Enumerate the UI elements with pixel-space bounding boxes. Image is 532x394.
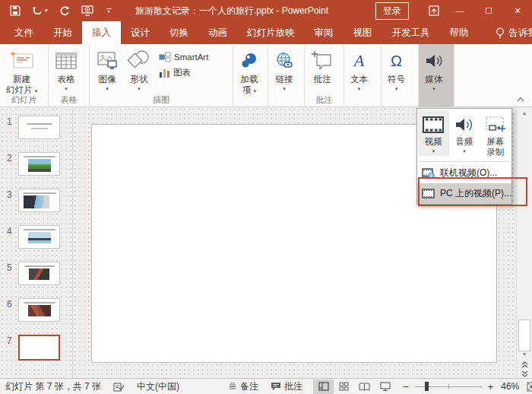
group-label-comments: 批注 [305, 94, 344, 106]
chart-button[interactable]: 图表 [156, 66, 211, 79]
video-button[interactable]: 视频 ▾ [418, 110, 449, 156]
slide-row-4[interactable]: 4 [0, 225, 72, 262]
reading-view-button[interactable] [354, 380, 375, 394]
slide-thumbnail-7-selected[interactable] [18, 335, 60, 361]
group-media: 媒体 ▾ [419, 44, 454, 106]
tab-transitions[interactable]: 切换 [160, 21, 198, 44]
slide-row-1[interactable]: 1 [0, 116, 72, 152]
tab-slideshow[interactable]: 幻灯片放映 [237, 21, 305, 44]
addins-button[interactable]: 加载 项 ▾ [236, 46, 263, 97]
shapes-icon [126, 48, 152, 74]
undo-dropdown-arrow[interactable]: ▾ [45, 8, 48, 14]
screen-recording-button[interactable]: 屏幕 录制 [480, 110, 511, 159]
tab-file[interactable]: 文件 [5, 21, 43, 44]
screen-recording-icon [485, 113, 506, 136]
omega-icon: Ω [391, 48, 402, 74]
spellcheck-icon[interactable] [113, 382, 125, 392]
slide-thumbnail-3[interactable] [18, 189, 60, 212]
links-dropdown-arrow: ▾ [283, 86, 286, 92]
text-button[interactable]: A 文本 ▾ [347, 46, 372, 94]
sign-in-button[interactable]: 登录 [375, 2, 409, 20]
vertical-scrollbar[interactable]: ▲ ▼ [516, 107, 532, 378]
notes-label: 备注 [240, 380, 258, 393]
zoom-level[interactable]: 46% [501, 381, 519, 392]
tell-me-box[interactable]: 告诉我 [489, 21, 532, 44]
comment-button[interactable]: 批注 [307, 46, 337, 86]
slide-row-5[interactable]: 5 [0, 262, 72, 298]
thumbnail-content [27, 123, 52, 125]
new-slide-dropdown-arrow: ▾ [35, 88, 38, 94]
redo-icon[interactable] [59, 5, 70, 16]
online-video-menu-item[interactable]: 联机视频(O)... [417, 163, 511, 183]
slide-row-7[interactable]: 7 [0, 335, 72, 371]
tab-view[interactable]: 视图 [344, 21, 382, 44]
thumbnail-content [31, 128, 48, 129]
screen-recording-label: 屏幕 [486, 136, 504, 147]
slide-sorter-view-button[interactable] [334, 380, 354, 394]
online-video-icon [422, 168, 435, 179]
smartart-icon [159, 52, 171, 62]
slide-row-2[interactable]: 2 [0, 152, 72, 189]
video-dropdown-arrow: ▾ [432, 148, 435, 154]
fit-slide-to-window-icon[interactable] [527, 382, 532, 392]
scroll-down-icon[interactable]: ▼ [517, 348, 532, 360]
slide-thumbnail-2[interactable] [18, 152, 60, 176]
slideshow-view-button[interactable] [375, 380, 395, 394]
shapes-button[interactable]: 形状 ▾ [122, 46, 156, 94]
audio-label: 音频 [456, 136, 473, 147]
image-button[interactable]: 图像 ▾ [92, 46, 122, 94]
tab-developer[interactable]: 开发工具 [382, 21, 440, 44]
zoom-slider[interactable] [415, 382, 482, 391]
slide-thumbnail-5[interactable] [18, 262, 60, 285]
scroll-up-icon[interactable]: ▲ [517, 107, 532, 119]
normal-view-button[interactable] [313, 380, 334, 394]
smartart-button[interactable]: SmartArt [156, 51, 211, 63]
collapse-ribbon-icon[interactable] [517, 97, 524, 102]
slide-thumbnail-4[interactable] [18, 225, 60, 249]
zoom-slider-thumb[interactable] [425, 382, 429, 391]
slide-row-6[interactable]: 6 [0, 298, 72, 335]
undo-button[interactable]: ▾ [32, 6, 48, 16]
save-icon[interactable] [10, 5, 21, 16]
tab-help[interactable]: 帮助 [440, 21, 479, 44]
zoom-out-button[interactable]: − [401, 381, 410, 392]
group-illustrations: 图像 ▾ 形状 ▾ SmartArt [90, 44, 233, 106]
language-indicator[interactable]: 中文(中国) [137, 380, 179, 393]
links-button[interactable]: 链接 ▾ [271, 46, 298, 94]
ribbon-display-options-icon[interactable] [423, 0, 445, 21]
minimize-button[interactable]: — [445, 0, 474, 21]
tab-home[interactable]: 开始 [43, 21, 82, 44]
previous-slide-icon[interactable] [517, 360, 532, 369]
close-button[interactable]: ✕ [503, 0, 532, 21]
table-button[interactable]: 表格 ▾ [51, 46, 81, 94]
notes-button[interactable]: 备注 [228, 380, 258, 393]
maximize-button[interactable]: ☐ [474, 0, 503, 21]
audio-button[interactable]: 音频 ▾ [449, 110, 480, 156]
slide-number: 2 [0, 152, 18, 164]
tab-review[interactable]: 审阅 [305, 21, 344, 44]
slide-number: 6 [0, 298, 18, 310]
slide-thumbnail-6[interactable] [18, 298, 60, 322]
powerpoint-window: ▾ ▾ 旅游散文记录：一个人的旅行.pptx - PowerPoint 登录 —… [0, 0, 532, 394]
pc-video-menu-item[interactable]: PC 上的视频(P)... [417, 183, 511, 204]
scrollbar-thumb[interactable] [518, 319, 530, 351]
screen-recording-label2: 录制 [486, 147, 504, 157]
zoom-in-button[interactable]: + [486, 381, 496, 392]
online-video-label: 联机视频(O)... [440, 167, 497, 180]
group-tables: 表格 ▾ 表格 [49, 44, 90, 106]
ribbon: 新建 幻灯片 ▾ 幻灯片 表格 ▾ 表格 图像 ▾ [0, 44, 532, 107]
new-slide-button[interactable]: 新建 幻灯片 ▾ [2, 46, 41, 97]
shapes-dropdown-arrow: ▾ [138, 86, 141, 92]
slide-row-3[interactable]: 3 [0, 189, 72, 225]
tab-insert[interactable]: 插入 [82, 21, 121, 44]
thumbnail-image [28, 305, 51, 316]
next-slide-icon[interactable] [517, 369, 532, 378]
tab-design[interactable]: 设计 [121, 21, 160, 44]
symbols-button[interactable]: Ω 符号 ▾ [384, 46, 409, 94]
group-addins: 加载 项 ▾ [233, 44, 268, 106]
comments-button[interactable]: 批注 [271, 380, 302, 393]
tab-animations[interactable]: 动画 [198, 21, 237, 44]
media-button[interactable]: 媒体 ▾ [421, 46, 447, 95]
slide-thumbnail-1[interactable] [18, 116, 60, 139]
slide-counter[interactable]: 幻灯片 第 7 张，共 7 张 [5, 380, 101, 393]
